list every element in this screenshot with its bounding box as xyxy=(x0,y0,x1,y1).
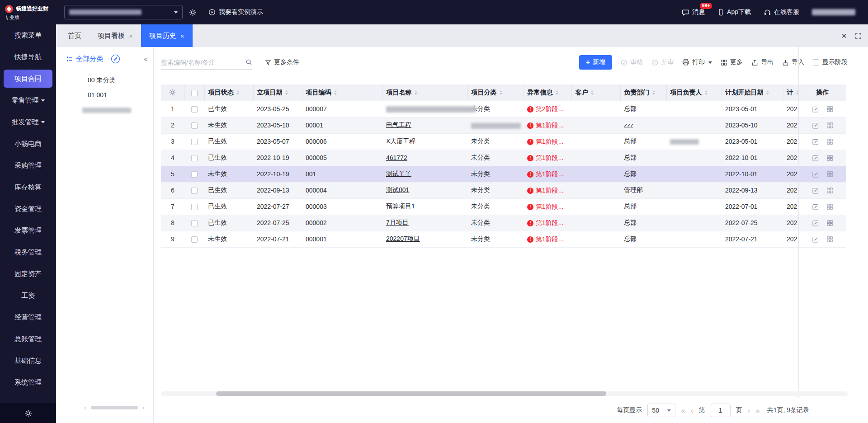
column-header-1[interactable]: 立项日期 xyxy=(253,85,302,101)
audit-button[interactable]: 审核 xyxy=(621,58,643,66)
sidebar-item-12[interactable]: 工资 xyxy=(0,285,56,306)
sidebar-item-3[interactable]: 零售管理 xyxy=(0,89,56,111)
more-filters-button[interactable]: 更多条件 xyxy=(265,58,299,66)
app-download-button[interactable]: App下载 xyxy=(717,8,751,16)
edit-icon[interactable] xyxy=(812,155,819,162)
row-checkbox[interactable] xyxy=(191,106,198,113)
abnormal-link[interactable]: !第1阶段... xyxy=(527,154,563,162)
category-item-2[interactable] xyxy=(56,103,153,118)
sidebar-item-7[interactable]: 库存核算 xyxy=(0,176,56,198)
tab-2[interactable]: 项目历史× xyxy=(141,24,193,47)
sort-icon[interactable] xyxy=(415,89,417,96)
per-page-select[interactable]: 50 xyxy=(647,404,675,417)
abnormal-link[interactable]: !第1阶段... xyxy=(527,219,563,227)
scrollbar-thumb[interactable] xyxy=(216,391,606,396)
column-header-3[interactable]: 项目名称 xyxy=(382,85,467,101)
row-checkbox[interactable] xyxy=(191,139,198,145)
project-name-link[interactable]: 电气工程 xyxy=(386,121,411,128)
sort-icon[interactable] xyxy=(652,89,655,96)
show-stage-toggle[interactable]: 显示阶段 xyxy=(813,58,848,66)
sort-icon[interactable] xyxy=(705,89,708,96)
close-icon[interactable]: × xyxy=(841,31,847,40)
sort-icon[interactable] xyxy=(236,89,239,96)
export-button[interactable]: 导出 xyxy=(751,58,774,66)
grid-icon[interactable] xyxy=(826,220,833,226)
project-name-link[interactable]: 测试001 xyxy=(386,186,409,193)
prev-page-icon[interactable]: ‹ xyxy=(691,407,693,414)
grid-icon[interactable] xyxy=(826,171,833,178)
first-page-icon[interactable]: « xyxy=(681,407,685,414)
sidebar-item-11[interactable]: 固定资产 xyxy=(0,263,56,285)
horizontal-scrollbar[interactable] xyxy=(161,391,848,396)
online-service-button[interactable]: 在线客服 xyxy=(764,8,799,16)
abnormal-link[interactable]: !第1阶段... xyxy=(527,170,563,179)
project-name-link[interactable]: 461772 xyxy=(386,154,407,161)
edit-icon[interactable] xyxy=(812,122,819,129)
sidebar-item-0[interactable]: 搜索菜单 xyxy=(0,24,56,46)
sidebar-item-5[interactable]: 小畅电商 xyxy=(0,133,56,155)
row-checkbox[interactable] xyxy=(191,171,198,178)
edit-icon[interactable] xyxy=(812,203,819,211)
select-all-checkbox[interactable] xyxy=(191,90,198,96)
sort-icon[interactable] xyxy=(334,89,337,96)
column-header-0[interactable]: 项目状态 xyxy=(204,85,253,101)
sidebar-item-1[interactable]: 快捷导航 xyxy=(0,46,56,68)
messages-button[interactable]: 99+ 消息 xyxy=(682,8,705,16)
abnormal-link[interactable]: !第1阶段... xyxy=(527,187,563,195)
tab-0[interactable]: 首页 xyxy=(60,24,90,47)
column-header-4[interactable]: 项目分类 xyxy=(467,85,524,101)
grid-icon[interactable] xyxy=(826,203,833,210)
sidebar-item-9[interactable]: 发票管理 xyxy=(0,220,56,241)
column-header-9[interactable]: 计划开始日期 xyxy=(722,85,783,101)
fullscreen-icon[interactable] xyxy=(855,33,862,39)
sidebar-item-15[interactable]: 基础信息 xyxy=(0,350,56,371)
sidebar-item-6[interactable]: 采购管理 xyxy=(0,155,56,176)
unaudit-button[interactable]: 弃审 xyxy=(651,58,674,66)
edit-icon[interactable] xyxy=(812,236,819,243)
abnormal-link[interactable]: !第1阶段... xyxy=(527,203,563,211)
sidebar-item-4[interactable]: 批发管理 xyxy=(0,111,56,133)
column-header-10[interactable]: 计 xyxy=(783,85,798,101)
row-checkbox[interactable] xyxy=(191,204,198,210)
next-page-icon[interactable]: › xyxy=(748,407,750,414)
abnormal-link[interactable]: !第1阶段... xyxy=(527,235,563,244)
category-title[interactable]: 全部分类 xyxy=(76,55,103,63)
grid-icon[interactable] xyxy=(826,155,833,161)
column-header-11[interactable]: 操作 xyxy=(798,85,846,101)
search-icon[interactable] xyxy=(245,59,252,66)
category-item-0[interactable]: 00 未分类 xyxy=(56,73,153,88)
scroll-right-icon[interactable]: › xyxy=(142,404,145,411)
abnormal-link[interactable]: !第2阶段... xyxy=(527,105,563,113)
tab-1[interactable]: 项目看板× xyxy=(90,24,141,47)
page-input[interactable] xyxy=(711,404,731,417)
grid-icon[interactable] xyxy=(826,236,833,243)
sort-icon[interactable] xyxy=(556,89,558,96)
row-checkbox[interactable] xyxy=(191,122,198,129)
row-checkbox[interactable] xyxy=(191,220,198,226)
print-button[interactable]: 打印 xyxy=(682,58,712,66)
row-checkbox[interactable] xyxy=(191,155,198,161)
column-header-5[interactable]: 异常信息 xyxy=(524,85,571,101)
project-name-link[interactable]: 预算项目1 xyxy=(386,202,415,210)
close-tab-icon[interactable]: × xyxy=(129,33,133,39)
more-button[interactable]: 更多 xyxy=(721,58,743,66)
import-button[interactable]: 导入 xyxy=(782,58,804,66)
table-settings-gear-icon[interactable] xyxy=(165,89,181,96)
sort-icon[interactable] xyxy=(285,89,288,96)
sidebar-item-14[interactable]: 总账管理 xyxy=(0,328,56,350)
close-tab-icon[interactable]: × xyxy=(180,33,184,39)
column-header-6[interactable]: 客户 xyxy=(571,85,620,101)
add-button[interactable]: + 新增 xyxy=(579,55,612,70)
sidebar-item-13[interactable]: 经营管理 xyxy=(0,306,56,328)
last-page-icon[interactable]: » xyxy=(755,407,760,414)
grid-icon[interactable] xyxy=(826,122,833,129)
show-stage-checkbox[interactable] xyxy=(813,59,819,66)
sidebar-settings-gear-icon[interactable] xyxy=(24,409,32,417)
project-name-link[interactable]: 202207项目 xyxy=(386,235,420,242)
scrollbar-thumb-small[interactable] xyxy=(91,406,138,409)
settings-gear-icon[interactable] xyxy=(189,9,197,16)
abnormal-link[interactable]: !第1阶段... xyxy=(527,122,563,130)
sort-icon[interactable] xyxy=(766,89,769,96)
user-account-blurred[interactable] xyxy=(812,9,855,15)
edit-icon[interactable] xyxy=(812,138,819,146)
